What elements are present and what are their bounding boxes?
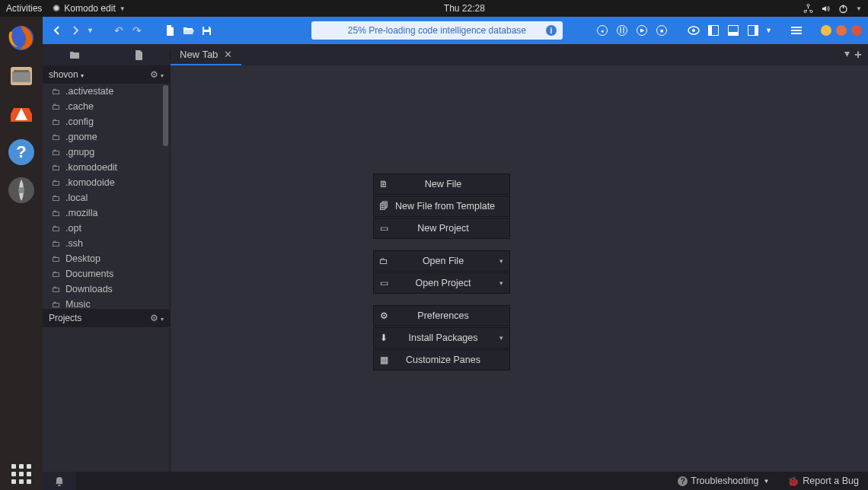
- tree-item[interactable]: 🗀.gnupg: [43, 145, 170, 160]
- save-macro-button[interactable]: ■: [654, 23, 669, 38]
- tree-item[interactable]: 🗀Documents: [43, 266, 170, 282]
- help-icon: ?: [678, 476, 688, 486]
- tree-item[interactable]: 🗀.local: [43, 190, 170, 205]
- editor-area: 🗎 New File 🗐 New File from Template ▭ Ne…: [171, 65, 868, 472]
- folder-icon: 🗀: [52, 254, 61, 263]
- sidebar-projects-header[interactable]: Projects ⚙ ▾: [43, 309, 170, 327]
- dock-komodo[interactable]: [5, 173, 38, 207]
- progress-indicator: 25% Pre-loading code intelligence databa…: [311, 21, 563, 40]
- back-button[interactable]: [49, 22, 65, 39]
- tree-item[interactable]: 🗀.cache: [43, 99, 170, 114]
- tree-item[interactable]: 🗀.gnome: [43, 129, 170, 145]
- svg-rect-8: [14, 70, 29, 72]
- undo-button[interactable]: ↶: [110, 22, 127, 39]
- tree-item-label: .komodoide: [65, 177, 115, 188]
- new-file-from-template-button[interactable]: 🗐 New File from Template: [373, 196, 510, 217]
- tree-item-label: .local: [65, 192, 88, 203]
- scrollbar[interactable]: [163, 85, 168, 146]
- tab-new-tab[interactable]: New Tab ✕: [171, 44, 241, 65]
- play-macro-button[interactable]: ▶: [634, 23, 649, 38]
- network-icon[interactable]: [803, 4, 813, 14]
- komodo-app-icon: ✺: [53, 3, 60, 14]
- tab-list-icon[interactable]: ▾: [844, 47, 850, 62]
- gear-icon[interactable]: ⚙ ▾: [150, 313, 164, 323]
- forward-button[interactable]: [67, 22, 84, 39]
- install-packages-button[interactable]: ⬇ Install Packages: [373, 327, 510, 348]
- customize-panes-button[interactable]: ▦ Customize Panes: [373, 349, 510, 371]
- dock-firefox[interactable]: [5, 21, 38, 55]
- record-macro-button[interactable]: ●: [595, 23, 610, 38]
- window-icon: ▭: [374, 278, 394, 288]
- chevron-down-icon[interactable]: ▼: [856, 5, 862, 12]
- file-tab-icon[interactable]: [135, 50, 143, 60]
- close-icon[interactable]: ✕: [224, 49, 232, 60]
- notifications-icon[interactable]: [43, 472, 76, 490]
- tree-item-label: .opt: [65, 223, 81, 234]
- tree-item[interactable]: 🗀.komodoide: [43, 175, 170, 190]
- open-button[interactable]: [180, 22, 197, 39]
- toggle-left-pane-button[interactable]: [706, 23, 721, 38]
- places-tab-icon[interactable]: [69, 50, 81, 59]
- tab-strip: New Tab ✕ ▾ +: [43, 44, 868, 65]
- dock-software[interactable]: [5, 97, 38, 131]
- folder-icon: 🗀: [52, 178, 61, 187]
- tab-label: New Tab: [180, 49, 218, 60]
- focus-mode-button[interactable]: [686, 23, 701, 38]
- status-dot-yellow[interactable]: [821, 25, 831, 36]
- folder-icon: 🗀: [52, 193, 61, 202]
- volume-icon[interactable]: [821, 4, 831, 14]
- status-label: Report a Bug: [803, 476, 859, 486]
- power-icon[interactable]: [838, 4, 848, 14]
- open-project-button[interactable]: ▭ Open Project: [373, 272, 510, 294]
- tree-item[interactable]: 🗀Desktop: [43, 251, 170, 266]
- svg-rect-7: [12, 72, 30, 82]
- new-project-button[interactable]: ▭ New Project: [373, 218, 510, 239]
- report-bug-button[interactable]: 🐞 Report a Bug: [778, 472, 868, 490]
- menu-button[interactable]: [789, 23, 804, 38]
- svg-point-12: [18, 187, 24, 193]
- start-page-menu: 🗎 New File 🗐 New File from Template ▭ Ne…: [373, 173, 510, 382]
- tree-item[interactable]: 🗀Downloads: [43, 282, 170, 297]
- tree-item[interactable]: 🗀.config: [43, 114, 170, 129]
- pause-macro-button[interactable]: ┃┃: [614, 23, 630, 38]
- save-button[interactable]: [199, 22, 215, 39]
- file-tree[interactable]: 🗀.activestate🗀.cache🗀.config🗀.gnome🗀.gnu…: [43, 84, 170, 309]
- projects-label: Projects: [49, 313, 81, 323]
- dock-help[interactable]: ?: [5, 135, 38, 169]
- tree-item[interactable]: 🗀.mozilla: [43, 205, 170, 221]
- toggle-right-pane-button[interactable]: [745, 23, 761, 38]
- info-icon[interactable]: i: [546, 25, 557, 36]
- svg-point-16: [692, 29, 695, 32]
- app-menu-label: Komodo edit: [64, 3, 115, 14]
- gnome-top-bar: Activities ✺ Komodo edit ▼ Thu 22:28 ▼: [0, 0, 868, 17]
- status-dot-orange[interactable]: [836, 25, 847, 36]
- redo-button[interactable]: ↷: [129, 22, 145, 39]
- tree-item[interactable]: 🗀Music: [43, 297, 170, 309]
- add-tab-icon[interactable]: +: [854, 47, 862, 62]
- dock-files[interactable]: [5, 59, 38, 93]
- chevron-down-icon[interactable]: ▼: [765, 27, 772, 34]
- grid-icon: ▦: [374, 355, 394, 365]
- tree-item[interactable]: 🗀.ssh: [43, 236, 170, 251]
- activities-button[interactable]: Activities: [6, 3, 42, 14]
- clock[interactable]: Thu 22:28: [126, 3, 803, 14]
- tree-item[interactable]: 🗀.opt: [43, 221, 170, 236]
- tree-item[interactable]: 🗀.komodoedit: [43, 160, 170, 175]
- status-dot-red[interactable]: [851, 25, 862, 36]
- gear-icon[interactable]: ⚙ ▾: [150, 69, 164, 80]
- troubleshooting-button[interactable]: ? Troubleshooting ▼: [669, 472, 778, 490]
- app-menu[interactable]: ✺ Komodo edit ▼: [53, 3, 125, 14]
- svg-text:?: ?: [16, 142, 26, 161]
- tree-item[interactable]: 🗀.activestate: [43, 84, 170, 99]
- toggle-bottom-pane-button[interactable]: [726, 23, 741, 38]
- show-applications[interactable]: [11, 464, 31, 484]
- open-file-button[interactable]: 🗀 Open File: [373, 250, 510, 272]
- new-file-button[interactable]: 🗎 New File: [373, 173, 510, 195]
- folder-icon: 🗀: [52, 87, 61, 96]
- folder-icon: 🗀: [52, 269, 61, 278]
- sidebar-root-header[interactable]: shovon ▾ ⚙ ▾: [43, 65, 170, 84]
- bug-icon: 🐞: [787, 476, 799, 487]
- new-file-button[interactable]: [162, 22, 179, 39]
- preferences-button[interactable]: ⚙ Preferences: [373, 305, 510, 326]
- chevron-down-icon[interactable]: ▼: [87, 27, 94, 34]
